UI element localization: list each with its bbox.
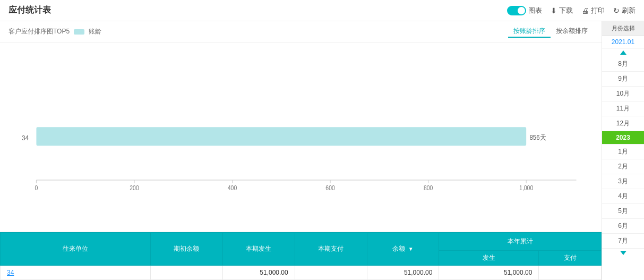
col-ytd-occur: 发生 [439, 251, 539, 266]
sidebar-up-button[interactable] [602, 48, 644, 57]
chart-header: 客户应付排序图TOP5 账龄 按账龄排序 按余额排序 [0, 21, 602, 43]
svg-text:200: 200 [130, 184, 139, 191]
sidebar-month-9[interactable]: 9月 [602, 72, 644, 87]
balance-filter-icon[interactable]: ▼ [408, 246, 414, 252]
chart-svg: 34 856天 0 200 400 600 800 1,000 [8, 48, 593, 226]
svg-text:400: 400 [228, 184, 237, 191]
sidebar-month-4[interactable]: 4月 [602, 189, 644, 204]
svg-text:600: 600 [325, 184, 334, 191]
chart-label: 图表 [528, 6, 542, 15]
legend-box-label: 账龄 [89, 27, 101, 36]
sidebar-month-10[interactable]: 10月 [602, 87, 644, 101]
sort-by-balance-button[interactable]: 按余额排序 [551, 26, 593, 38]
sidebar-header-label: 月份选择 [602, 21, 644, 36]
sidebar-year-marker[interactable]: 2023 [602, 131, 644, 145]
y-axis-label: 34 [22, 134, 29, 142]
col-current-occur: 本期发生 [222, 233, 295, 266]
bar-label: 856天 [529, 133, 546, 141]
col-balance: 余额 ▼ [367, 233, 439, 266]
chart-toggle-item[interactable]: 图表 [507, 6, 542, 15]
svg-text:0: 0 [35, 184, 38, 191]
cell-current-occur: 51,000.00 [222, 266, 295, 280]
cell-unit[interactable]: 34 [1, 266, 151, 280]
table-row: 34 51,000.00 51,000.00 51,000.00 [1, 266, 602, 280]
chart-legend: 客户应付排序图TOP5 账龄 [8, 27, 101, 36]
table-container: 往来单位 期初余额 本期发生 本期支付 余额 ▼ 本年累计 [0, 232, 602, 280]
sidebar-month-8[interactable]: 8月 [602, 57, 644, 72]
col-ytd-pay: 支付 [539, 251, 602, 266]
sidebar-month-5[interactable]: 5月 [602, 204, 644, 219]
col-period-balance: 期初余额 [151, 233, 223, 266]
legend-box [74, 29, 84, 35]
page-title: 应付统计表 [8, 5, 51, 16]
chart-area: 客户应付排序图TOP5 账龄 按账龄排序 按余额排序 34 856天 [0, 21, 602, 280]
sidebar-down-button[interactable] [602, 249, 644, 257]
chart-toggle[interactable] [507, 6, 526, 15]
refresh-icon: ↻ [613, 6, 620, 15]
sidebar-month-12[interactable]: 12月 [602, 116, 644, 131]
table-area: 往来单位 期初余额 本期发生 本期支付 余额 ▼ 本年累计 [0, 232, 602, 280]
main-content: 客户应付排序图TOP5 账龄 按账龄排序 按余额排序 34 856天 [0, 21, 644, 280]
chevron-up-icon [620, 50, 626, 55]
sidebar-month-3[interactable]: 3月 [602, 174, 644, 189]
refresh-label: 刷新 [622, 6, 636, 15]
print-icon: 🖨 [581, 6, 589, 15]
download-button[interactable]: ⬇ 下载 [551, 6, 573, 15]
col-ytd: 本年累计 [439, 233, 602, 251]
cell-balance: 51,000.00 [367, 266, 439, 280]
download-label: 下载 [559, 6, 573, 15]
sidebar-month-2[interactable]: 2月 [602, 159, 644, 174]
legend-text: 客户应付排序图TOP5 [8, 27, 70, 36]
print-label: 打印 [591, 6, 605, 15]
download-icon: ⬇ [551, 6, 557, 15]
sidebar: 月份选择 2021.01 8月 9月 10月 11月 12月 2023 1月 2… [602, 21, 644, 280]
chart-content: 34 856天 0 200 400 600 800 1,000 [0, 43, 602, 232]
chart-sort-buttons: 按账龄排序 按余额排序 [508, 26, 593, 38]
sort-by-amount-button[interactable]: 按账龄排序 [508, 26, 551, 38]
col-current-pay: 本期支付 [295, 233, 367, 266]
app-header: 应付统计表 图表 ⬇ 下载 🖨 打印 ↻ [0, 0, 644, 21]
sidebar-month-11[interactable]: 11月 [602, 101, 644, 116]
sidebar-month-7[interactable]: 7月 [602, 234, 644, 249]
chart-bar [36, 127, 526, 146]
cell-ytd-occur: 51,000.00 [439, 266, 539, 280]
refresh-button[interactable]: ↻ 刷新 [613, 6, 636, 15]
svg-text:800: 800 [424, 184, 433, 191]
cell-period-balance [151, 266, 223, 280]
cell-current-pay [295, 266, 367, 280]
data-table: 往来单位 期初余额 本期发生 本期支付 余额 ▼ 本年累计 [0, 232, 602, 280]
sidebar-year-display[interactable]: 2021.01 [602, 36, 644, 48]
sidebar-month-6[interactable]: 6月 [602, 219, 644, 234]
sidebar-month-1[interactable]: 1月 [602, 145, 644, 159]
chevron-down-icon [620, 251, 626, 255]
print-button[interactable]: 🖨 打印 [581, 6, 605, 15]
col-unit: 往来单位 [1, 233, 151, 266]
cell-ytd-pay [539, 266, 602, 280]
header-actions: 图表 ⬇ 下载 🖨 打印 ↻ 刷新 [507, 6, 636, 15]
svg-text:1,000: 1,000 [519, 184, 533, 191]
